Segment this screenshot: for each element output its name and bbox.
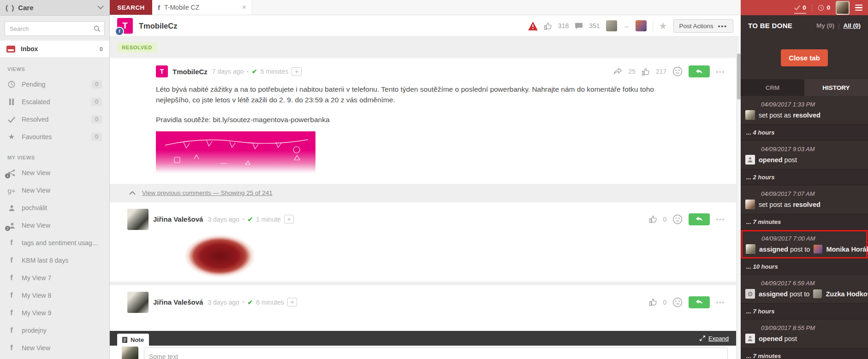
sidebar-item-pending[interactable]: Pending 0 xyxy=(0,76,109,93)
post-rules-text: Pravidla soutěže: bit.ly/soutez-magentov… xyxy=(156,116,725,124)
history-entry[interactable]: 04/09/2017 9:03 AM opened post xyxy=(741,141,868,169)
sidebar-item-my-view-8[interactable]: f My View 8 xyxy=(0,287,109,304)
google-plus-icon: g+ xyxy=(7,187,16,194)
brand-label: Care xyxy=(18,4,33,12)
post-actions-button[interactable]: Post Actions ••• xyxy=(673,19,733,33)
note-input[interactable] xyxy=(144,347,728,359)
chevron-up-icon[interactable] xyxy=(129,191,136,195)
view-number-badge: 1 xyxy=(5,173,10,178)
tab-bar: SEARCH f T-Mobile CZ × xyxy=(110,0,741,15)
commenter-name: Jiřina Valešová xyxy=(153,298,203,306)
person-icon xyxy=(745,155,755,165)
tab-search[interactable]: SEARCH xyxy=(110,0,152,15)
sla-check-icon: ✔ xyxy=(247,299,253,306)
sidebar-item-my-view-6[interactable]: f KBM last 8 days xyxy=(0,252,109,269)
view-label: pochválit xyxy=(22,204,47,212)
tab-crm[interactable]: CRM xyxy=(741,79,804,96)
actor-avatar xyxy=(745,110,755,120)
panel-tabs: CRM HISTORY xyxy=(741,79,868,96)
clock-icon xyxy=(818,5,824,11)
favourite-star-icon[interactable]: ★ xyxy=(659,21,667,30)
scrollbar-thumb[interactable] xyxy=(737,53,741,100)
history-entry[interactable]: 04/09/2017 1:33 PM set post as resolved xyxy=(741,96,868,124)
close-tab-button[interactable]: Close tab xyxy=(781,49,828,66)
sidebar-item-my-view-2[interactable]: g+ New View xyxy=(0,182,109,199)
reply-button[interactable] xyxy=(689,213,710,225)
history-entry[interactable]: 04/09/2017 7:07 AM set post as resolved xyxy=(741,185,868,214)
sentiment-face-icon[interactable] xyxy=(672,66,683,77)
todo-header: TO BE DONE My (0) | All (0) xyxy=(741,15,868,35)
tab-tmobile-cz[interactable]: f T-Mobile CZ × xyxy=(152,0,252,15)
more-dots-icon[interactable]: ••• xyxy=(716,299,725,306)
sidebar-header[interactable]: ( ) Care xyxy=(0,0,109,16)
views-section-title: VIEWS xyxy=(7,66,109,72)
history-gap: ... 10 hours xyxy=(741,259,868,275)
sidebar-item-my-view-5[interactable]: f tags and sentiment usage ch... xyxy=(0,234,109,252)
sidebar-item-my-view-10[interactable]: f prodejny xyxy=(0,322,109,339)
sidebar-item-inbox[interactable]: Inbox 0 xyxy=(0,41,109,57)
inbox-label: Inbox xyxy=(21,45,94,53)
post-image[interactable] xyxy=(156,131,315,174)
add-tag-button[interactable]: + xyxy=(291,67,302,76)
history-list: 04/09/2017 1:33 PM set post as resolved … xyxy=(741,96,868,359)
pending-counter[interactable]: 0 xyxy=(818,4,830,11)
pause-icon xyxy=(7,99,16,105)
more-dots-icon[interactable]: ••• xyxy=(716,68,725,75)
resolved-counter[interactable]: 0 xyxy=(794,4,806,14)
user-avatar[interactable] xyxy=(836,1,850,15)
tab-note[interactable]: Note xyxy=(117,334,149,346)
like-count: 0 xyxy=(663,216,667,223)
view-label: Resolved xyxy=(22,116,48,123)
facebook-badge-icon: f xyxy=(115,27,124,36)
view-count-badge: 0 xyxy=(91,115,102,124)
view-label: My View 9 xyxy=(22,309,51,317)
menu-icon[interactable] xyxy=(855,5,862,11)
view-count-badge: 0 xyxy=(91,133,102,141)
note-tab-label: Note xyxy=(131,336,144,343)
sidebar-item-escalated[interactable]: Escalated 0 xyxy=(0,93,109,111)
note-icon xyxy=(122,337,127,343)
sidebar-item-resolved[interactable]: Resolved 0 xyxy=(0,111,109,128)
meta-dot: • xyxy=(243,217,244,222)
sidebar-item-my-view-7[interactable]: f My View 7 xyxy=(0,269,109,287)
tab-history[interactable]: HISTORY xyxy=(804,79,868,96)
add-tag-button[interactable]: + xyxy=(287,298,297,306)
history-date: 03/09/2017 8:55 PM xyxy=(761,324,863,331)
close-icon[interactable]: × xyxy=(242,4,246,11)
right-panel: 0 0 TO BE DONE My (0) | All (0) Close ta… xyxy=(741,0,868,359)
sentiment-face-icon[interactable] xyxy=(672,214,683,224)
sidebar-item-my-view-3[interactable]: pochválit xyxy=(0,199,109,217)
view-previous-comments-link[interactable]: View previous comments — Showing 25 of 2… xyxy=(142,189,273,196)
chevron-down-icon[interactable] xyxy=(97,6,104,10)
history-entry-highlighted[interactable]: 04/09/2017 7:00 AM assigned post to Moni… xyxy=(741,230,868,259)
check-icon xyxy=(7,117,16,123)
sidebar-item-my-view-4[interactable]: 2 New View xyxy=(0,217,109,234)
all-filter-link[interactable]: All (0) xyxy=(843,22,861,29)
search-input[interactable] xyxy=(9,25,94,33)
status-badge: RESOLVED xyxy=(117,42,157,53)
history-date: 04/09/2017 9:03 AM xyxy=(761,146,863,153)
sidebar-item-my-view-1[interactable]: 1 New View xyxy=(0,164,109,182)
my-filter-link[interactable]: My (0) xyxy=(816,22,834,29)
warning-icon[interactable] xyxy=(528,22,538,30)
scrollbar[interactable] xyxy=(736,37,741,359)
left-sidebar: ( ) Care Inbox 0 VIEWS Pending 0 Escalat… xyxy=(0,0,110,359)
search-icon[interactable] xyxy=(94,25,101,32)
sentiment-face-icon[interactable] xyxy=(672,297,683,307)
history-entry[interactable]: 03/09/2017 8:55 PM opened post xyxy=(741,319,868,348)
history-entry[interactable]: 04/09/2017 6:59 AM ⚙ assigned post to Zu… xyxy=(741,275,868,303)
more-dots-icon[interactable]: ••• xyxy=(716,216,725,223)
expand-label: Expand xyxy=(708,335,729,342)
sidebar-item-favourites[interactable]: ★ Favourites 0 xyxy=(0,128,109,146)
sidebar-item-my-view-11[interactable]: f New View xyxy=(0,339,109,357)
reply-button[interactable] xyxy=(689,65,710,77)
like-icon xyxy=(649,215,657,223)
sidebar-item-my-view-9[interactable]: f My View 9 xyxy=(0,304,109,322)
page-title: TmobileCz xyxy=(139,22,177,30)
add-tag-button[interactable]: + xyxy=(284,215,294,224)
commenter-name: Jiřina Valešová xyxy=(153,215,203,223)
like-count: 318 xyxy=(558,22,569,29)
reply-button[interactable] xyxy=(689,296,710,308)
expand-button[interactable]: Expand xyxy=(700,335,729,342)
comment-image[interactable] xyxy=(177,229,262,282)
